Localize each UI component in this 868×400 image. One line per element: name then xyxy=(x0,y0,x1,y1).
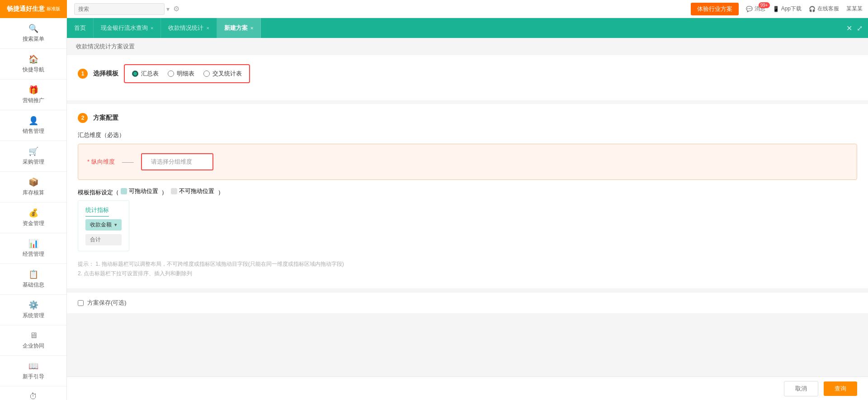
message-badge: 99+ xyxy=(759,2,770,8)
message-icon: 💬 xyxy=(746,6,753,12)
sidebar-label-purchase: 采购管理 xyxy=(23,158,44,166)
window-btns: ✕ ⤢ xyxy=(841,18,868,38)
sidebar-item-system[interactable]: ⚙️ 系统管理 xyxy=(0,295,66,325)
radio-cross[interactable]: 交叉统计表 xyxy=(203,70,242,78)
support-icon: 🎧 xyxy=(809,6,816,12)
dimension-arrow: —— xyxy=(122,159,134,165)
main-layout: 🔍 搜索菜单 🏠 快捷导航 🎁 营销推广 👤 销售管理 🛒 采购管理 📦 库存核… xyxy=(0,18,868,400)
save-checkbox[interactable] xyxy=(78,300,84,306)
support-btn[interactable]: 🎧 在线客服 xyxy=(809,5,839,13)
radio-summary-input[interactable] xyxy=(132,71,138,77)
sidebar-label-management: 经营管理 xyxy=(23,250,44,258)
dimension-select[interactable]: 请选择分组维度 xyxy=(141,153,213,170)
form-footer: 方案保存(可选) xyxy=(67,292,868,313)
download-label: App下载 xyxy=(781,5,802,13)
metrics-header: 模板指标设定（ 可拖动位置 ） 不可拖动位置 ） xyxy=(78,187,857,197)
page-header: 收款情况统计方案设置 xyxy=(67,38,868,55)
breadcrumb: 收款情况统计方案设置 xyxy=(76,43,135,50)
settings-icon[interactable]: ⚙ xyxy=(173,5,179,13)
dimension-placeholder: 请选择分组维度 xyxy=(151,158,192,165)
tab-payment-stats[interactable]: 收款情况统计 × xyxy=(161,18,217,38)
sidebar-item-guide[interactable]: 📖 新手引导 xyxy=(0,356,66,386)
tab-new-plan-label: 新建方案 xyxy=(224,24,248,32)
industry-btn[interactable]: 体验行业方案 xyxy=(691,3,739,15)
person-icon: 👤 xyxy=(28,116,38,126)
support-label: 在线客服 xyxy=(817,5,839,13)
metrics-container: 统计指标 收款金额 ▾ 合计 xyxy=(78,200,129,251)
radio-summary-label: 汇总表 xyxy=(141,70,159,78)
metric-total-label: 合计 xyxy=(90,236,101,244)
download-icon: 📱 xyxy=(773,6,779,12)
search-dropdown-icon[interactable]: ▾ xyxy=(166,5,170,13)
sidebar-item-nav[interactable]: 🏠 快捷导航 xyxy=(0,49,66,80)
tab-home[interactable]: 首页 xyxy=(67,18,94,38)
close-window-icon[interactable]: ✕ xyxy=(846,24,852,33)
box-icon: 📦 xyxy=(28,177,38,187)
vertical-label: * 纵向维度 xyxy=(87,158,115,166)
sidebar-label-nav: 快捷导航 xyxy=(23,66,44,74)
metric-tag-label: 收款金额 xyxy=(90,221,112,229)
tab-new-plan-close[interactable]: × xyxy=(250,25,253,31)
sidebar-item-inventory[interactable]: 📦 库存核算 xyxy=(0,172,66,202)
search-input[interactable] xyxy=(74,3,165,15)
money-icon: 💰 xyxy=(28,208,38,218)
radio-detail-input[interactable] xyxy=(168,71,174,77)
sidebar-item-purchase[interactable]: 🛒 采购管理 xyxy=(0,141,66,172)
tab-bank-query[interactable]: 现金银行流水查询 × xyxy=(94,18,161,38)
gift-icon: 🎁 xyxy=(28,85,38,95)
message-btn[interactable]: 💬 消息 99+ xyxy=(746,5,765,13)
sidebar-label-guide: 新手引导 xyxy=(23,373,44,381)
metrics-list: 收款金额 ▾ 合计 xyxy=(85,219,122,245)
sidebar-item-finance[interactable]: 💰 资金管理 xyxy=(0,202,66,233)
monitor-icon: 🖥 xyxy=(29,331,38,340)
cart-icon: 🛒 xyxy=(28,146,38,156)
movable-hint: 可拖动位置 xyxy=(121,187,158,195)
metric-chevron-icon: ▾ xyxy=(114,222,117,228)
download-btn[interactable]: 📱 App下载 xyxy=(773,5,802,13)
metric-tag-payment[interactable]: 收款金额 ▾ xyxy=(85,219,122,231)
tab-bar: 首页 现金银行流水查询 × 收款情况统计 × 新建方案 × ✕ ⤢ xyxy=(67,18,868,38)
logo-sub: 标准版 xyxy=(47,6,60,12)
tab-payment-stats-close[interactable]: × xyxy=(206,25,209,31)
gear-icon: ⚙️ xyxy=(28,300,38,310)
metrics-section-label: 模板指标设定（ 可拖动位置 ） 不可拖动位置 ） xyxy=(78,187,224,197)
radio-detail[interactable]: 明细表 xyxy=(168,70,194,78)
tab-bank-query-label: 现金银行流水查询 xyxy=(101,24,148,32)
maximize-icon[interactable]: ⤢ xyxy=(857,24,863,33)
tab-bank-query-close[interactable]: × xyxy=(151,25,153,31)
query-button[interactable]: 查询 xyxy=(824,381,857,396)
step2-badge: 2 xyxy=(78,113,88,123)
sidebar-label-collab: 企业协同 xyxy=(23,342,44,350)
radio-summary[interactable]: 汇总表 xyxy=(132,70,159,78)
cancel-button[interactable]: 取消 xyxy=(784,381,818,396)
hardware-icon: ⏱ xyxy=(29,392,38,400)
search-menu-icon: 🔍 xyxy=(28,24,38,33)
sidebar-item-search[interactable]: 🔍 搜索菜单 xyxy=(0,18,66,49)
step2-row: 2 方案配置 xyxy=(78,113,857,123)
metrics-section: 模板指标设定（ 可拖动位置 ） 不可拖动位置 ） xyxy=(78,187,857,278)
sidebar-item-basic[interactable]: 📋 基础信息 xyxy=(0,264,66,295)
tip-1: 提示： 1. 拖动标题栏可以调整布局，不可跨维度或指标区域拖动目字段(只能在同一… xyxy=(78,260,857,268)
logo-text: 畅捷通好生意 xyxy=(7,5,45,13)
metric-total: 合计 xyxy=(85,234,122,245)
step1-title: 选择模板 xyxy=(93,70,118,78)
fixed-hint: 不可拖动位置 xyxy=(171,187,214,195)
save-option[interactable]: 方案保存(可选) xyxy=(78,299,857,307)
save-label: 方案保存(可选) xyxy=(87,299,127,307)
tab-new-plan[interactable]: 新建方案 × xyxy=(217,18,261,38)
sidebar-item-collab[interactable]: 🖥 企业协同 xyxy=(0,325,66,356)
sidebar-item-hardware[interactable]: ⏱ 智能硬件 xyxy=(0,386,66,400)
sidebar-item-sales[interactable]: 👤 销售管理 xyxy=(0,110,66,141)
sidebar-label-inventory: 库存核算 xyxy=(23,189,44,197)
fixed-dot xyxy=(171,188,177,194)
bottom-action-bar: 取消 查询 xyxy=(67,376,868,400)
home-icon: 🏠 xyxy=(28,54,38,64)
sidebar-item-marketing[interactable]: 🎁 营销推广 xyxy=(0,80,66,110)
sidebar-label-search: 搜索菜单 xyxy=(23,35,44,43)
radio-cross-input[interactable] xyxy=(203,71,210,77)
icon-group: 💬 消息 99+ 📱 App下载 🎧 在线客服 某某某 xyxy=(746,5,863,13)
radio-group: 汇总表 明细表 交叉统计表 xyxy=(132,70,242,78)
user-name: 某某某 xyxy=(846,5,863,13)
dimension-area: * 纵向维度 —— 请选择分组维度 xyxy=(78,144,857,180)
sidebar-item-management[interactable]: 📊 经营管理 xyxy=(0,233,66,264)
